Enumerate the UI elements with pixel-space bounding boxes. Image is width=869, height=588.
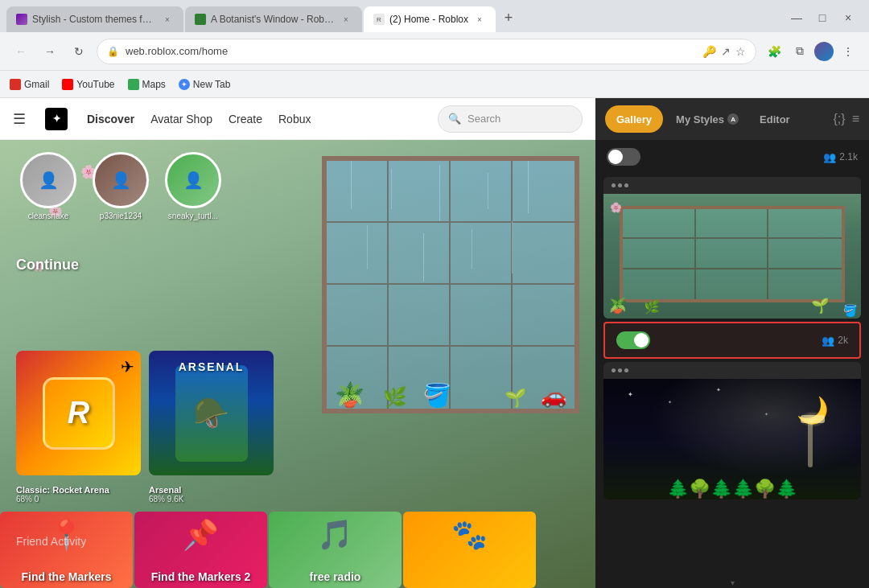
bottom-card-markers2[interactable]: 📌 Find the Markers 2 [134,512,267,588]
roblox-content: 🪴 🌿 🪣 🌱 🚗 🌸 🌸 🌸 [0,140,595,588]
my-styles-tab[interactable]: My Styles A [668,105,747,133]
bookmark-maps[interactable]: Maps [128,79,166,90]
address-bar: ← → ↻ 🔒 web.roblox.com/home 🔑 ↗ ☆ 🧩 ⧉ ⋮ [0,32,869,71]
more-button[interactable]: ⋮ [837,40,859,63]
star-1: ✦ [628,391,633,398]
continue-label: Continue [16,257,79,273]
people-icon-1: 👥 [823,151,836,163]
bottom-card-radio[interactable]: 🎵 free radio [269,512,402,588]
address-text: web.roblox.com/home [126,45,696,57]
game-card-arsenal[interactable]: ARSENAL 🪖 [149,351,274,475]
tab-botanist[interactable]: A Botanist's Window - Roblox | U... × [185,6,362,32]
three-dots-2[interactable] [612,368,628,372]
friend-avatar-2: 👤 [93,152,149,208]
lock-icon: 🔒 [107,46,119,57]
plants-silhouette: 🪴 🌿 🪣 🌱 🚗 [327,328,575,409]
sidebar-scroll[interactable]: 👥 2.1k [595,140,869,577]
bookmark-newtab-label: New Tab [193,79,230,90]
background-scene: 🪴 🌿 🪣 🌱 🚗 🌸 🌸 🌸 [0,140,595,588]
botanist-window-frame [620,206,845,302]
markers1-label: Find the Markers [0,570,133,583]
new-tab-button[interactable]: + [497,6,520,29]
forward-button[interactable]: → [39,40,61,63]
back-button[interactable]: ← [10,40,32,63]
bottom-game-cards: 📍 Find the Markers 📌 Find the Markers 2 … [0,512,536,588]
address-input[interactable]: 🔒 web.roblox.com/home 🔑 ↗ ☆ [97,39,756,64]
scroll-arrows: ▾ [731,578,735,587]
star-4: ✦ [764,411,768,417]
reload-button[interactable]: ↻ [68,40,90,63]
tab-stylish-close[interactable]: × [161,13,174,26]
share-icon: ↗ [721,45,731,58]
roblox-nav: ☰ ✦ Discover Avatar Shop Create Robux 🔍 … [0,98,595,140]
bottom-card-markers1[interactable]: 📍 Find the Markers [0,512,133,588]
stylish-header: Gallery My Styles A Editor {;} ≡ [595,98,869,140]
profile-avatar[interactable] [814,42,834,61]
friend-name-1: cleansnake [28,212,69,220]
toggle-row-2-inner: 👥 2k [605,323,859,357]
bookmark-youtube[interactable]: YouTube [62,79,114,90]
radio-icon: 🎵 [317,518,353,552]
star-3: ✦ [716,387,721,393]
avatar-head-2: 👤 [105,164,137,196]
friend-avatars-section: 👤 cleansnake 👤 p33nie1234 [20,152,221,220]
three-dots-1[interactable] [612,183,628,187]
bottom-card-extra[interactable]: 🐾 [403,512,536,588]
nav-discover[interactable]: Discover [87,113,134,125]
toggle-switch-2[interactable] [616,331,650,349]
nav-hamburger-icon[interactable]: ☰ [13,110,26,128]
plant-right: 🌱 [811,297,829,315]
arsenal-text: ARSENAL [149,360,274,373]
dot-2 [618,183,622,187]
tab-roblox-close[interactable]: × [473,13,486,26]
friend-avatar-3: 👤 [165,152,221,208]
roblox-main: ☰ ✦ Discover Avatar Shop Create Robux 🔍 … [0,98,595,588]
roblox-nav-links: Discover Avatar Shop Create Robux [87,113,311,125]
roblox-logo: ✦ [45,108,68,130]
address-icons: 🔑 ↗ ☆ [702,45,746,58]
tab-stylish-title: Stylish - Custom themes for any... [32,14,156,25]
dot-3 [624,183,628,187]
arsenal-title: Arsenal [149,485,183,495]
plant-left: 🪴 [607,295,628,315]
avatar-head-1: 👤 [32,164,64,196]
bookmark-newtab[interactable]: ✦ New Tab [179,79,230,90]
roblox-search[interactable]: 🔍 Search [438,105,583,133]
toggle-row-1: 👥 2.1k [595,140,869,174]
star-icon[interactable]: ☆ [735,45,746,58]
nav-robux[interactable]: Robux [278,113,311,125]
friend-name-3: sneaky_turtl... [168,212,218,220]
rocket-meta: 68% 0 [16,495,109,504]
stylish-favicon [16,14,27,25]
dot-1 [612,183,616,187]
radio-label: free radio [269,570,402,583]
sidebar-menu-icon[interactable]: ≡ [852,112,859,126]
friend-name-2: p33nie1234 [100,212,142,220]
toggle-count-value-2: 2k [838,335,848,346]
puzzle-icon[interactable]: 🧩 [763,40,785,63]
flower-sidebar: 🌸 [610,202,622,213]
bookmark-gmail[interactable]: Gmail [10,79,49,90]
editor-tab[interactable]: Editor [752,105,798,133]
tab-roblox-title: (2) Home - Roblox [389,14,468,25]
style-card-2-header [603,362,861,379]
close-window-button[interactable]: × [840,10,856,26]
window-frame: 🪴 🌿 🪣 🌱 🚗 [322,156,579,413]
stylish-sidebar: Gallery My Styles A Editor {;} ≡ [595,98,869,588]
style-card-1: 🪴 🌿 🌱 🌸 🪣 [603,177,861,319]
style-card-2: 🌙 ✦ ✦ ✦ ✦ 🌲🌳🌲🌲🌳🌲 [603,362,861,500]
code-icon[interactable]: {;} [834,112,846,126]
gallery-tab[interactable]: Gallery [605,105,663,133]
maximize-button[interactable]: □ [814,10,830,26]
toggle-switch-1[interactable] [607,148,640,166]
arsenal-card-info: Arsenal 68% 9.6K [149,485,183,504]
windows-icon[interactable]: ⧉ [789,40,811,63]
nav-avatar-shop[interactable]: Avatar Shop [150,113,212,125]
inner-lattice [623,209,842,299]
tab-stylish[interactable]: Stylish - Custom themes for any... × [6,6,183,32]
minimize-button[interactable]: — [789,10,805,26]
tab-botanist-close[interactable]: × [340,13,352,26]
tab-roblox[interactable]: R (2) Home - Roblox × [364,6,496,32]
game-card-rocket[interactable]: R ✈ [16,351,141,475]
nav-create[interactable]: Create [229,113,262,125]
